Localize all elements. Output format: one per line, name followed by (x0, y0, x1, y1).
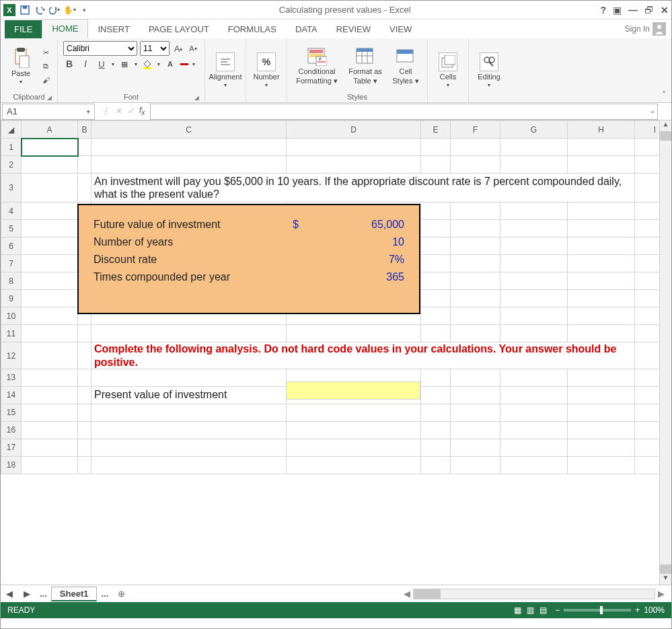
zoom-out-icon[interactable]: − (555, 605, 560, 615)
select-all-corner[interactable]: ◢ (1, 121, 22, 139)
add-sheet-icon[interactable]: ⊕ (112, 589, 130, 599)
editing-button[interactable]: Editing▾ (474, 52, 504, 88)
increase-font-icon[interactable]: A▴ (172, 43, 184, 54)
tab-file[interactable]: FILE (5, 20, 42, 38)
row-header-17[interactable]: 17 (1, 439, 22, 456)
borders-icon[interactable]: ▦ (118, 59, 130, 69)
row-header-7[interactable]: 7 (1, 255, 22, 272)
conditional-formatting-button[interactable]: ≠ConditionalFormatting ▾ (293, 47, 341, 85)
font-size-select[interactable]: 11 (140, 41, 170, 56)
alignment-button[interactable]: Alignment▾ (211, 52, 240, 88)
format-as-table-button[interactable]: Format asTable ▾ (345, 47, 385, 85)
zoom-slider[interactable] (564, 609, 631, 612)
italic-button[interactable]: I (79, 59, 91, 69)
tab-nav-more-icon[interactable]: ... (36, 589, 51, 599)
font-name-select[interactable]: Calibri (63, 41, 137, 56)
grid[interactable]: ◢ A B C D E F G H I 1 2 3An investment w… (1, 120, 671, 474)
tab-data[interactable]: DATA (286, 20, 327, 38)
view-normal-icon[interactable]: ▦ (514, 605, 521, 615)
underline-button[interactable]: U (96, 59, 108, 69)
row-header-15[interactable]: 15 (1, 404, 22, 421)
name-box[interactable]: A1▾ (2, 104, 95, 120)
col-header-H[interactable]: H (568, 121, 635, 139)
row-header-8[interactable]: 8 (1, 272, 22, 290)
scroll-left-icon[interactable]: ◀ (401, 589, 413, 599)
close-icon[interactable]: ✕ (661, 5, 669, 15)
font-color-icon[interactable]: A (164, 59, 176, 69)
row-header-10[interactable]: 10 (1, 307, 22, 325)
dialog-launcher-icon[interactable]: ◢ (194, 94, 199, 101)
cells-button[interactable]: Cells▾ (433, 52, 463, 88)
row-header-9[interactable]: 9 (1, 290, 22, 307)
tab-insert[interactable]: INSERT (88, 20, 139, 38)
decrease-font-icon[interactable]: A▾ (187, 43, 199, 54)
cell-styles-button[interactable]: CellStyles ▾ (389, 47, 422, 85)
view-page-break-icon[interactable]: ▤ (539, 605, 547, 615)
col-header-F[interactable]: F (451, 121, 500, 139)
undo-icon[interactable]: ▾ (34, 5, 45, 15)
bold-button[interactable]: B (63, 59, 75, 69)
cut-icon[interactable]: ✂ (40, 48, 52, 59)
col-header-B[interactable]: B (78, 121, 91, 139)
fx-icon[interactable]: fx (139, 106, 145, 116)
enter-formula-icon[interactable]: ✓ (127, 106, 134, 116)
view-page-layout-icon[interactable]: ▥ (527, 605, 534, 615)
col-header-A[interactable]: A (22, 121, 78, 139)
tab-view[interactable]: VIEW (380, 20, 421, 38)
cancel-formula-icon[interactable]: ✕ (115, 106, 122, 116)
formula-bar[interactable]: ⌄ (150, 104, 658, 120)
scroll-right-icon[interactable]: ▶ (655, 589, 667, 599)
row-header-13[interactable]: 13 (1, 369, 22, 386)
help-icon[interactable]: ? (600, 5, 606, 15)
save-icon[interactable] (20, 5, 30, 15)
row-header-2[interactable]: 2 (1, 156, 22, 174)
sheet-tab-sheet1[interactable]: Sheet1 (51, 587, 98, 601)
row-header-14[interactable]: 14 (1, 386, 22, 404)
scroll-down-icon[interactable]: ▼ (660, 574, 671, 585)
zoom-in-icon[interactable]: + (635, 605, 640, 615)
fill-color-icon[interactable] (141, 59, 153, 69)
row-header-1[interactable]: 1 (1, 139, 22, 156)
row-header-4[interactable]: 4 (1, 202, 22, 220)
col-header-C[interactable]: C (91, 121, 287, 139)
worksheet-area[interactable]: ◢ A B C D E F G H I 1 2 3An investment w… (1, 120, 671, 585)
row-header-18[interactable]: 18 (1, 456, 22, 474)
collapse-ribbon-icon[interactable]: ˄ (657, 87, 671, 102)
col-header-E[interactable]: E (421, 121, 451, 139)
tab-nav-more-icon[interactable]: ... (97, 589, 112, 599)
touch-mode-icon[interactable]: ✋▾ (64, 5, 75, 15)
dialog-launcher-icon[interactable]: ◢ (47, 94, 52, 101)
restore-icon[interactable]: 🗗 (644, 5, 654, 15)
col-header-D[interactable]: D (287, 121, 421, 139)
tab-nav-next-icon[interactable]: ▶ (18, 589, 36, 599)
row-header-5[interactable]: 5 (1, 220, 22, 237)
row-header-16[interactable]: 16 (1, 421, 22, 439)
qat-customize-icon[interactable]: ▾ (79, 5, 89, 15)
answer-cell[interactable] (286, 381, 420, 400)
tab-home[interactable]: HOME (42, 19, 88, 38)
vertical-scrollbar[interactable]: ▲ ▼ (659, 120, 671, 585)
col-header-G[interactable]: G (500, 121, 568, 139)
row-header-3[interactable]: 3 (1, 174, 22, 202)
cell-A1[interactable] (22, 139, 78, 156)
row-header-11[interactable]: 11 (1, 325, 22, 342)
zoom-level[interactable]: 100% (644, 605, 665, 615)
row-header-12[interactable]: 12 (1, 342, 22, 369)
horizontal-scrollbar[interactable]: ◀ ▶ (130, 589, 671, 599)
format-painter-icon[interactable]: 🖌 (40, 75, 52, 85)
minimize-icon[interactable]: — (628, 5, 638, 15)
ribbon-display-icon[interactable]: ▣ (613, 5, 622, 15)
tab-review[interactable]: REVIEW (327, 20, 380, 38)
tab-formulas[interactable]: FORMULAS (219, 20, 286, 38)
number-button[interactable]: %Number▾ (252, 52, 281, 88)
copy-icon[interactable]: ⧉ (40, 61, 52, 72)
expand-formula-bar-icon[interactable]: ⌄ (649, 106, 656, 115)
redo-icon[interactable]: ▾ (49, 5, 60, 15)
scroll-up-icon[interactable]: ▲ (660, 120, 671, 131)
sign-in[interactable]: Sign In (620, 20, 671, 38)
question-text: An investment will pay you $65,000 in 10… (94, 174, 632, 202)
paste-button[interactable]: Paste▾ (6, 48, 36, 85)
tab-page-layout[interactable]: PAGE LAYOUT (139, 20, 219, 38)
tab-nav-prev-icon[interactable]: ◀ (1, 589, 18, 599)
row-header-6[interactable]: 6 (1, 237, 22, 255)
